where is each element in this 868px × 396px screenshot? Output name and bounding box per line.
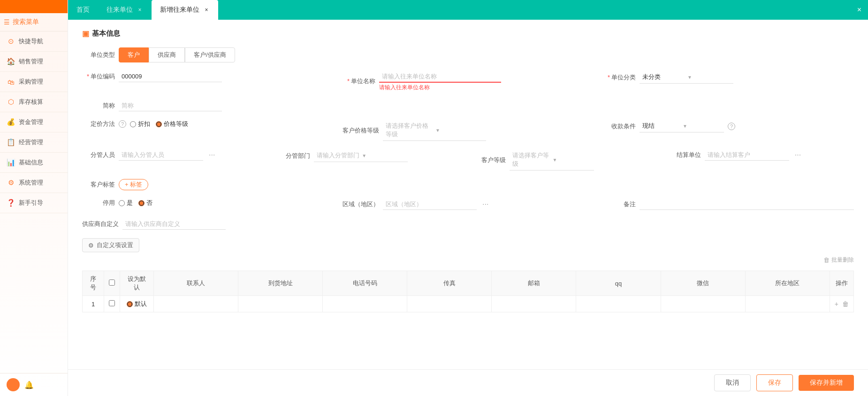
manager-more[interactable]: ··· — [207, 151, 217, 159]
batch-delete-label[interactable]: 批量删除 — [831, 256, 854, 264]
cell-contact[interactable] — [153, 296, 238, 312]
finance-icon: 💰 — [7, 118, 15, 126]
sidebar-item-sales[interactable]: 🏠 销售管理 — [0, 52, 68, 72]
customer-price-level-placeholder: 请选择客户价格等级 — [386, 122, 434, 139]
remarks-input[interactable] — [640, 199, 854, 210]
department-select[interactable]: 请输入分管部门 ▼ — [314, 149, 408, 162]
unit-type-customer[interactable]: 客户 — [119, 47, 149, 62]
operations-icon: 📋 — [7, 138, 15, 147]
sidebar-item-guide[interactable]: ❓ 新手引导 — [0, 193, 68, 213]
customer-level-label: 客户等级 — [473, 156, 506, 164]
customer-price-level-select[interactable]: 请选择客户价格等级 ▼ — [383, 120, 486, 141]
pricing-discount-option[interactable]: 折扣 — [130, 120, 150, 128]
customer-tag-group: 客户标签 + 标签 — [82, 179, 854, 190]
customer-tag-label: 客户标签 — [82, 180, 115, 189]
settlement-unit-more[interactable]: ··· — [793, 151, 803, 159]
customer-level-select[interactable]: 请选择客户等级 ▼ — [510, 149, 594, 171]
settlement-unit-input[interactable] — [705, 149, 789, 161]
region-more[interactable]: ··· — [480, 200, 490, 209]
tabbar: 首页 往来单位 × 新增往来单位 × × — [68, 0, 868, 20]
col-region: 所在地区 — [745, 271, 830, 296]
add-tag-button[interactable]: + 标签 — [119, 179, 148, 190]
department-group: 分管部门 请输入分管部门 ▼ — [277, 149, 463, 162]
unit-type-both[interactable]: 客户/供应商 — [185, 47, 235, 62]
payment-terms-select[interactable]: 现结 ▼ — [640, 120, 724, 132]
pricing-level-label: 价格等级 — [164, 120, 188, 128]
unit-name-group: 单位名称 请输入往来单位名称 — [343, 71, 594, 92]
custom-settings-button[interactable]: ⚙ 自定义项设置 — [82, 238, 139, 252]
tab-partners[interactable]: 往来单位 × — [98, 0, 152, 20]
disabled-yes-radio[interactable] — [119, 200, 125, 206]
content-area: ▣ 基本信息 单位类型 客户 供应商 客户/供应商 单位编码 单位名称 — [68, 20, 868, 369]
tab-new-partner-close[interactable]: × — [203, 7, 210, 13]
select-all-checkbox[interactable] — [109, 280, 115, 286]
sidebar-item-finance[interactable]: 💰 资金管理 — [0, 112, 68, 132]
tab-partners-close[interactable]: × — [137, 7, 143, 13]
address-input[interactable] — [243, 301, 318, 308]
phone-input[interactable] — [327, 301, 402, 308]
contact-input[interactable] — [159, 301, 233, 308]
disabled-no-radio[interactable] — [138, 200, 145, 206]
manager-label: 分管人员 — [82, 151, 115, 159]
tab-home[interactable]: 首页 — [68, 0, 98, 20]
cell-wechat[interactable] — [661, 296, 745, 312]
cell-qq[interactable] — [576, 296, 661, 312]
default-radio-label[interactable]: 默认 — [125, 300, 149, 308]
save-new-button[interactable]: 保存并新增 — [799, 375, 854, 391]
save-button[interactable]: 保存 — [756, 374, 793, 391]
fax-input[interactable] — [412, 301, 487, 308]
cell-phone[interactable] — [323, 296, 407, 312]
supplier-custom-label: 供应商自定义 — [82, 220, 119, 228]
manager-input[interactable] — [119, 149, 203, 161]
sidebar-item-search[interactable]: ☰ 搜索菜单 — [0, 13, 68, 31]
cell-email[interactable] — [492, 296, 576, 312]
tab-new-partner[interactable]: 新增往来单位 × — [152, 0, 218, 20]
sidebar-item-operations[interactable]: 📋 经营管理 — [0, 132, 68, 153]
default-radio[interactable] — [127, 301, 133, 307]
row-region-input[interactable] — [750, 301, 825, 308]
qq-input[interactable] — [581, 301, 655, 308]
wechat-input[interactable] — [666, 301, 740, 308]
unit-name-input[interactable] — [379, 71, 501, 83]
unit-name-label: 单位名称 — [343, 77, 375, 85]
notification-icon[interactable]: 🔔 — [24, 380, 34, 389]
pricing-method-help[interactable]: ? — [119, 120, 126, 128]
cell-fax[interactable] — [407, 296, 492, 312]
unit-code-label: 单位编码 — [82, 72, 115, 81]
tabbar-close-icon[interactable]: × — [857, 6, 861, 14]
supplier-custom-input[interactable] — [122, 218, 226, 230]
unit-category-select[interactable]: 未分类 ▼ — [640, 71, 733, 84]
short-name-input[interactable] — [119, 100, 222, 111]
disabled-label: 停用 — [82, 199, 115, 207]
unit-code-input[interactable] — [119, 71, 222, 82]
custom-settings-label: 自定义项设置 — [97, 241, 133, 249]
unit-code-group: 单位编码 — [82, 71, 333, 82]
sidebar-item-inventory[interactable]: ⬡ 库存核算 — [0, 92, 68, 112]
row-delete-icon[interactable]: 🗑 — [842, 300, 849, 308]
pricing-level-radio[interactable] — [156, 121, 162, 127]
row-checkbox[interactable] — [109, 300, 115, 306]
sidebar-item-basic-info[interactable]: 📊 基础信息 — [0, 153, 68, 173]
table-row: 1 默认 — [83, 296, 854, 312]
unit-type-supplier[interactable]: 供应商 — [149, 47, 185, 62]
disabled-yes-option[interactable]: 是 — [119, 199, 133, 207]
sidebar-item-purchase[interactable]: 🛍 采购管理 — [0, 72, 68, 92]
col-seq: 序号 — [83, 271, 104, 296]
pricing-level-option[interactable]: 价格等级 — [156, 120, 188, 128]
row-add-icon[interactable]: + — [835, 300, 838, 308]
email-input[interactable] — [496, 301, 571, 308]
cancel-button[interactable]: 取消 — [714, 374, 751, 391]
cell-region[interactable] — [745, 296, 830, 312]
cell-address[interactable] — [238, 296, 323, 312]
contact-table-scroll: 序号 设为默认 联系人 到货地址 电话号码 传真 邮箱 qq 微信 所在地区 — [82, 267, 854, 312]
section-icon: ▣ — [82, 29, 89, 38]
payment-terms-group: 收款条件 现结 ▼ ? — [603, 120, 854, 132]
customer-price-level-label: 客户价格等级 — [343, 126, 379, 135]
pricing-discount-radio[interactable] — [130, 121, 136, 127]
payment-terms-arrow: ▼ — [683, 124, 721, 129]
disabled-no-option[interactable]: 否 — [138, 199, 152, 207]
region-input[interactable] — [383, 199, 477, 210]
sidebar-item-quick-nav[interactable]: ⊙ 快捷导航 — [0, 31, 68, 52]
payment-terms-help[interactable]: ? — [728, 123, 735, 130]
sidebar-item-system[interactable]: ⚙ 系统管理 — [0, 173, 68, 193]
